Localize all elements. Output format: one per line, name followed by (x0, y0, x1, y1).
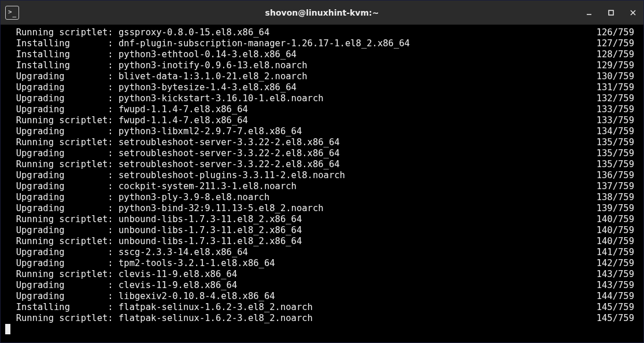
output-line: Running scriptlet: unbound-libs-1.7.3-11… (5, 236, 639, 247)
line-progress: 136/759 (597, 170, 639, 181)
output-line: Running scriptlet: setroubleshoot-server… (5, 159, 639, 170)
output-line: Installing : dnf-plugin-subscription-man… (5, 38, 639, 49)
line-progress: 126/759 (597, 27, 639, 38)
output-line: Upgrading : setroubleshoot-plugins-3.3.1… (5, 170, 639, 181)
cursor-line (5, 324, 639, 335)
line-left: Upgrading : python3-bytesize-1.4-3.el8.x… (5, 82, 297, 93)
line-left: Installing : python3-inotify-0.9.6-13.el… (5, 60, 308, 71)
output-line: Upgrading : python3-bind-32:9.11.13-5.el… (5, 203, 639, 214)
line-left: Running scriptlet: unbound-libs-1.7.3-11… (5, 214, 302, 225)
line-progress: 133/759 (597, 115, 639, 126)
line-left: Upgrading : clevis-11-9.el8.x86_64 (5, 280, 237, 291)
titlebar-left (5, 6, 19, 20)
line-left: Upgrading : unbound-libs-1.7.3-11.el8_2.… (5, 225, 302, 236)
maximize-button[interactable] (605, 7, 617, 19)
line-left: Installing : dnf-plugin-subscription-man… (5, 38, 410, 49)
output-line: Running scriptlet: setroubleshoot-server… (5, 137, 639, 148)
output-line: Running scriptlet: unbound-libs-1.7.3-11… (5, 214, 639, 225)
line-left: Upgrading : python3-libxml2-2.9.7-7.el8.… (5, 126, 302, 137)
line-progress: 135/759 (597, 137, 639, 148)
line-progress: 134/759 (597, 126, 639, 137)
output-line: Upgrading : cockpit-system-211.3-1.el8.n… (5, 181, 639, 192)
output-line: Upgrading : tpm2-tools-3.2.1-1.el8.x86_6… (5, 258, 639, 269)
line-left: Running scriptlet: flatpak-selinux-1.6.2… (5, 313, 313, 324)
output-line: Upgrading : fwupd-1.1.4-7.el8.x86_64133/… (5, 104, 639, 115)
output-line: Upgrading : clevis-11-9.el8.x86_64143/75… (5, 280, 639, 291)
output-line: Upgrading : setroubleshoot-server-3.3.22… (5, 148, 639, 159)
line-left: Installing : flatpak-selinux-1.6.2-3.el8… (5, 302, 313, 313)
output-line: Upgrading : python3-kickstart-3.16.10-1.… (5, 93, 639, 104)
line-left: Upgrading : tpm2-tools-3.2.1-1.el8.x86_6… (5, 258, 275, 269)
output-line: Running scriptlet: fwupd-1.1.4-7.el8.x86… (5, 115, 639, 126)
line-progress: 139/759 (597, 203, 639, 214)
output-line: Upgrading : python3-bytesize-1.4-3.el8.x… (5, 82, 639, 93)
line-left: Upgrading : setroubleshoot-server-3.3.22… (5, 148, 340, 159)
line-left: Running scriptlet: setroubleshoot-server… (5, 137, 340, 148)
svg-rect-1 (609, 10, 613, 15)
output-line: Upgrading : python3-ply-3.9-8.el8.noarch… (5, 192, 639, 203)
line-progress: 131/759 (597, 82, 639, 93)
titlebar-controls (583, 7, 639, 19)
terminal-cursor (5, 324, 10, 334)
titlebar[interactable]: shovon@linuxhint-kvm:~ (1, 1, 643, 25)
line-progress: 132/759 (597, 93, 639, 104)
line-progress: 133/759 (597, 104, 639, 115)
output-line: Installing : flatpak-selinux-1.6.2-3.el8… (5, 302, 639, 313)
output-line: Upgrading : libgexiv2-0.10.8-4.el8.x86_6… (5, 291, 639, 302)
line-progress: 135/759 (597, 148, 639, 159)
line-progress: 130/759 (597, 71, 639, 82)
output-line: Upgrading : unbound-libs-1.7.3-11.el8_2.… (5, 225, 639, 236)
output-line: Running scriptlet: clevis-11-9.el8.x86_6… (5, 269, 639, 280)
line-left: Upgrading : python3-bind-32:9.11.13-5.el… (5, 203, 324, 214)
line-left: Running scriptlet: setroubleshoot-server… (5, 159, 340, 170)
line-progress: 143/759 (597, 269, 639, 280)
output-line: Installing : python3-ethtool-0.14-3.el8.… (5, 49, 639, 60)
line-progress: 141/759 (597, 247, 639, 258)
line-progress: 142/759 (597, 258, 639, 269)
output-line: Installing : python3-inotify-0.9.6-13.el… (5, 60, 639, 71)
line-left: Upgrading : python3-ply-3.9-8.el8.noarch (5, 192, 269, 203)
line-left: Running scriptlet: unbound-libs-1.7.3-11… (5, 236, 302, 247)
line-left: Upgrading : blivet-data-1:3.1.0-21.el8_2… (5, 71, 308, 82)
line-left: Running scriptlet: clevis-11-9.el8.x86_6… (5, 269, 237, 280)
window-title: shovon@linuxhint-kvm:~ (265, 8, 379, 17)
line-progress: 135/759 (597, 159, 639, 170)
line-left: Upgrading : libgexiv2-0.10.8-4.el8.x86_6… (5, 291, 275, 302)
line-progress: 140/759 (597, 236, 639, 247)
line-progress: 140/759 (597, 214, 639, 225)
output-line: Upgrading : python3-libxml2-2.9.7-7.el8.… (5, 126, 639, 137)
output-line: Running scriptlet: gssproxy-0.8.0-15.el8… (5, 27, 639, 38)
line-progress: 128/759 (597, 49, 639, 60)
line-left: Upgrading : sscg-2.3.3-14.el8.x86_64 (5, 247, 248, 258)
line-left: Upgrading : setroubleshoot-plugins-3.3.1… (5, 170, 345, 181)
minimize-button[interactable] (583, 7, 595, 19)
line-progress: 127/759 (597, 38, 639, 49)
output-line: Upgrading : sscg-2.3.3-14.el8.x86_64141/… (5, 247, 639, 258)
line-left: Upgrading : python3-kickstart-3.16.10-1.… (5, 93, 324, 104)
output-line: Upgrading : blivet-data-1:3.1.0-21.el8_2… (5, 71, 639, 82)
line-progress: 129/759 (597, 60, 639, 71)
terminal-window: shovon@linuxhint-kvm:~ Running scriptlet… (0, 0, 644, 343)
output-line: Running scriptlet: flatpak-selinux-1.6.2… (5, 313, 639, 324)
close-button[interactable] (627, 7, 639, 19)
line-progress: 145/759 (597, 302, 639, 313)
terminal-output[interactable]: Running scriptlet: gssproxy-0.8.0-15.el8… (1, 25, 643, 342)
line-left: Upgrading : cockpit-system-211.3-1.el8.n… (5, 181, 297, 192)
line-progress: 137/759 (597, 181, 639, 192)
line-left: Installing : python3-ethtool-0.14-3.el8.… (5, 49, 297, 60)
line-left: Upgrading : fwupd-1.1.4-7.el8.x86_64 (5, 104, 248, 115)
line-progress: 140/759 (597, 225, 639, 236)
terminal-icon[interactable] (5, 6, 19, 20)
line-progress: 145/759 (597, 313, 639, 324)
line-left: Running scriptlet: fwupd-1.1.4-7.el8.x86… (5, 115, 248, 126)
line-progress: 143/759 (597, 280, 639, 291)
line-left: Running scriptlet: gssproxy-0.8.0-15.el8… (5, 27, 269, 38)
line-progress: 138/759 (597, 192, 639, 203)
line-progress: 144/759 (597, 291, 639, 302)
